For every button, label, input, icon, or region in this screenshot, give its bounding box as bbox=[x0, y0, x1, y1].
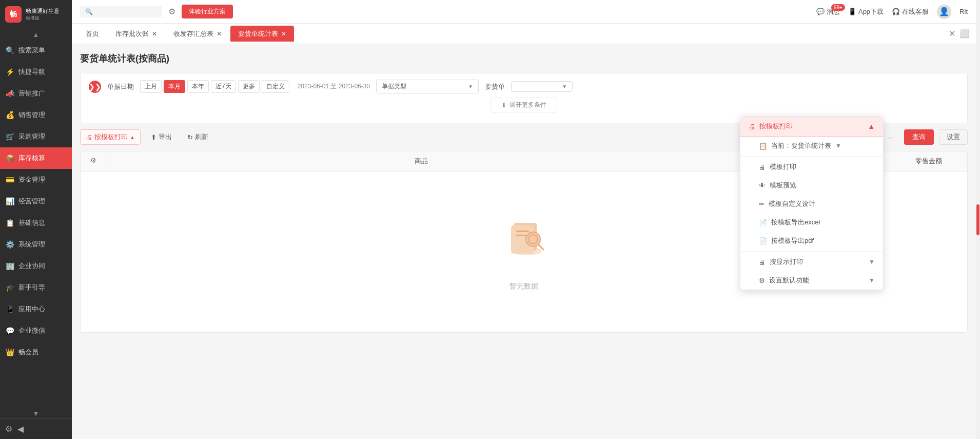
date-btn-this-month[interactable]: 本月 bbox=[164, 80, 185, 93]
sidebar-scroll-down[interactable]: ▼ bbox=[0, 408, 72, 418]
sidebar-item-appstore[interactable]: 📱 应用中心 bbox=[0, 298, 72, 320]
date-btn-last-month[interactable]: 上月 bbox=[140, 80, 162, 93]
tab-batch-account[interactable]: 库存批次账 ✕ bbox=[108, 26, 165, 42]
default-settings-arrow-icon: ▼ bbox=[869, 277, 875, 284]
right-scrollbar[interactable] bbox=[976, 0, 980, 439]
main-area: 🔍 ⚙ 体验行业方案 💬 消息 99+ 📱 App下载 🎧 在线客服 👤 Rit bbox=[72, 0, 976, 439]
refresh-button[interactable]: ↻ 刷新 bbox=[182, 130, 213, 144]
tab-maximize-icon[interactable]: ⬜ bbox=[959, 29, 970, 39]
sidebar-footer: ⚙ ◀ bbox=[0, 418, 72, 439]
require-goods-arrow-icon: ▼ bbox=[562, 84, 567, 89]
tab-receipt-summary[interactable]: 收发存汇总表 ✕ bbox=[166, 26, 229, 42]
sidebar-item-newbie[interactable]: 🎓 新手引导 bbox=[0, 277, 72, 298]
sales-icon: 💰 bbox=[5, 110, 14, 120]
default-settings-label: 设置默认功能 bbox=[769, 276, 809, 285]
tab-home[interactable]: 首页 bbox=[78, 26, 107, 42]
app-download-icon: 📱 bbox=[848, 8, 856, 15]
sidebar-item-marketing[interactable]: 📣 营销推广 bbox=[0, 83, 72, 104]
topbar-gear-icon[interactable]: ⚙ bbox=[168, 7, 175, 16]
date-btn-custom[interactable]: 自定义 bbox=[262, 80, 289, 93]
svg-rect-4 bbox=[516, 235, 526, 236]
sidebar-item-operation[interactable]: 📊 经营管理 bbox=[0, 190, 72, 212]
type-filter-label: 单据类型 bbox=[382, 82, 406, 91]
print-dropdown-close-button[interactable]: ▲ bbox=[868, 122, 875, 130]
sidebar-item-search[interactable]: 🔍 搜索菜单 bbox=[0, 40, 72, 61]
refresh-label: 刷新 bbox=[195, 132, 208, 142]
date-btn-this-year[interactable]: 本年 bbox=[187, 80, 209, 93]
sidebar-scroll-up[interactable]: ▲ bbox=[0, 29, 72, 40]
empty-state-icon bbox=[498, 213, 550, 274]
empty-illustration bbox=[498, 213, 550, 264]
sidebar-item-wechat[interactable]: 💬 企业微信 bbox=[0, 320, 72, 341]
user-avatar[interactable]: 👤 bbox=[937, 5, 951, 19]
sidebar-nav: 🔍 搜索菜单 ⚡ 快捷导航 📣 营销推广 💰 销售管理 🛒 采购管理 📦 库存核… bbox=[0, 40, 72, 408]
sidebar-item-purchase[interactable]: 🛒 采购管理 bbox=[0, 126, 72, 147]
print-dropdown-item-export-excel[interactable]: 📄 按模板导出excel bbox=[740, 213, 883, 232]
tab-receipt-summary-close[interactable]: ✕ bbox=[217, 31, 222, 37]
messages-button[interactable]: 💬 消息 99+ bbox=[816, 7, 840, 16]
username-label[interactable]: Rit bbox=[959, 8, 968, 15]
print-dropdown-item-export-pdf[interactable]: 📄 按模板导出pdf bbox=[740, 232, 883, 250]
sidebar-item-member[interactable]: 👑 畅会员 bbox=[0, 341, 72, 363]
tab-close-window-icon[interactable]: ✕ bbox=[949, 29, 955, 39]
tab-order-stats[interactable]: 要货单统计表 ✕ bbox=[230, 26, 294, 42]
sidebar-item-basic[interactable]: 📋 基础信息 bbox=[0, 212, 72, 234]
date-btn-more[interactable]: 更多 bbox=[238, 80, 260, 93]
empty-state-text: 暂无数据 bbox=[509, 282, 538, 291]
sidebar-item-wechat-label: 企业微信 bbox=[18, 326, 45, 335]
system-icon: ⚙️ bbox=[5, 240, 14, 249]
print-dropdown-current-item[interactable]: 📋 当前：要货单统计表 ▼ bbox=[740, 137, 883, 155]
sidebar-item-sales[interactable]: 💰 销售管理 bbox=[0, 104, 72, 126]
app-download-button[interactable]: 📱 App下载 bbox=[848, 7, 884, 16]
online-service-button[interactable]: 🎧 在线客服 bbox=[892, 7, 929, 16]
table-col-settings[interactable]: ⚙ bbox=[81, 151, 106, 171]
template-print-label: 模板打印 bbox=[770, 162, 796, 171]
sidebar-collapse-button[interactable]: ◀ bbox=[17, 424, 24, 434]
print-dropdown-item-template-preview[interactable]: 👁 模板预览 bbox=[740, 176, 883, 195]
topbar-search-box[interactable]: 🔍 bbox=[80, 6, 162, 17]
template-design-icon: ✏ bbox=[759, 200, 765, 208]
expand-more-button[interactable]: ⬇ 展开更多条件 bbox=[491, 98, 557, 112]
sidebar-settings-button[interactable]: ⚙ bbox=[5, 424, 12, 434]
print-template-button[interactable]: 🖨 按模板打印 ▲ bbox=[80, 129, 141, 145]
display-print-arrow-icon: ▼ bbox=[869, 258, 875, 265]
print-dropdown-item-template-design[interactable]: ✏ 模板自定义设计 bbox=[740, 195, 883, 213]
export-button[interactable]: ⬆ 导出 bbox=[146, 130, 177, 144]
export-excel-icon: 📄 bbox=[759, 219, 767, 226]
tab-batch-account-close[interactable]: ✕ bbox=[152, 31, 157, 37]
filter-expand-button[interactable]: ❯❯ bbox=[89, 81, 101, 93]
require-goods-select[interactable]: ▼ bbox=[511, 81, 573, 92]
print-dropdown-header: 🖨 按模板打印 ▲ bbox=[740, 117, 883, 137]
query-button[interactable]: 查询 bbox=[904, 129, 934, 145]
tab-right-controls: ✕ ⬜ bbox=[949, 29, 970, 39]
appstore-icon: 📱 bbox=[5, 304, 14, 314]
template-print-icon: 🖨 bbox=[759, 163, 766, 171]
sidebar-item-appstore-label: 应用中心 bbox=[18, 304, 45, 314]
template-design-label: 模板自定义设计 bbox=[769, 199, 815, 208]
date-range-display: 2023-06-01 至 2023-06-30 bbox=[298, 82, 370, 91]
sidebar-item-enterprise-label: 企业协同 bbox=[18, 261, 45, 271]
print-dropdown: 🖨 按模板打印 ▲ 📋 当前：要货单统计表 ▼ 🖨 模板打印 👁 模板预览 ✏ bbox=[740, 116, 884, 290]
sidebar-item-finance[interactable]: 💳 资金管理 bbox=[0, 169, 72, 190]
sidebar-item-inventory[interactable]: 📦 库存核算 bbox=[0, 147, 72, 169]
print-dropdown-item-template-print[interactable]: 🖨 模板打印 bbox=[740, 158, 883, 176]
date-btn-7days[interactable]: 近7天 bbox=[211, 80, 236, 93]
sidebar-item-enterprise[interactable]: 🏢 企业协同 bbox=[0, 255, 72, 277]
print-dropdown-divider-1 bbox=[740, 156, 883, 157]
print-dropdown-item-default-settings[interactable]: ⚙ 设置默认功能 ▼ bbox=[740, 271, 883, 290]
sidebar-item-system[interactable]: ⚙️ 系统管理 bbox=[0, 234, 72, 255]
scrollbar-thumb bbox=[976, 204, 979, 235]
trial-button[interactable]: 体验行业方案 bbox=[182, 5, 233, 18]
sidebar-item-purchase-label: 采购管理 bbox=[18, 132, 45, 141]
settings-button[interactable]: 设置 bbox=[939, 129, 968, 145]
more-options-button[interactable]: ··· bbox=[883, 131, 899, 144]
topbar-search-input[interactable] bbox=[96, 8, 147, 15]
shortcut-icon: ⚡ bbox=[5, 67, 14, 77]
message-icon: 💬 bbox=[816, 8, 825, 15]
print-dropdown-item-display-print[interactable]: 🖨 按显示打印 ▼ bbox=[740, 253, 883, 271]
tab-order-stats-label: 要货单统计表 bbox=[238, 29, 278, 39]
sidebar-item-shortcut[interactable]: ⚡ 快捷导航 bbox=[0, 61, 72, 83]
member-icon: 👑 bbox=[5, 348, 14, 357]
tab-order-stats-close[interactable]: ✕ bbox=[281, 31, 286, 37]
type-filter-select[interactable]: 单据类型 ▼ bbox=[376, 80, 479, 93]
